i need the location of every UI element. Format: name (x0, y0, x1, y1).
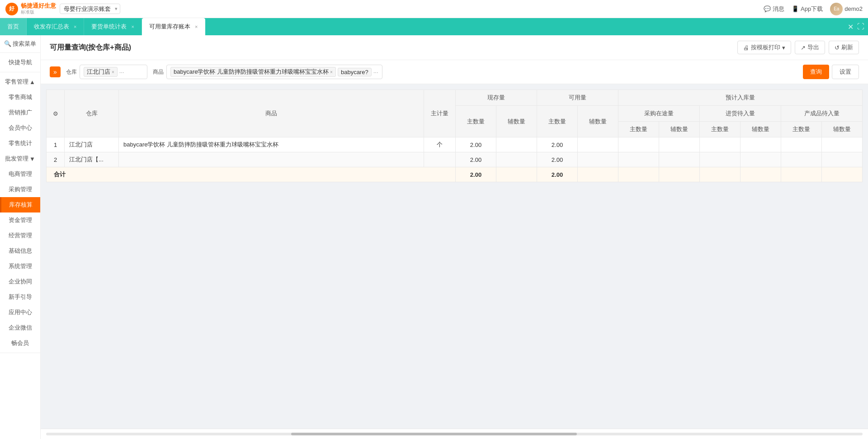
sidebar-item-inventory[interactable]: 库存核算 (0, 197, 40, 212)
tab-available-stock-close[interactable]: × (195, 24, 198, 29)
total-production-aux (822, 167, 863, 182)
th-avail-main: 主数量 (537, 106, 578, 137)
th-current-stock: 现存量 (456, 90, 537, 106)
demo-select-wrap[interactable]: 母婴行业演示账套 (60, 4, 120, 14)
cell-warehouse-2: 江北门店【... (65, 152, 119, 167)
cell-unit-2 (424, 152, 456, 167)
sidebar-item-marketing[interactable]: 营销推广 (0, 105, 40, 120)
th-production-pending: 产成品待入量 (781, 106, 863, 122)
print-template-btn[interactable]: 🖨 按模板打印 ▾ (737, 41, 791, 54)
search-icon: 🔍 (4, 40, 11, 47)
tab-home[interactable]: 首页 (0, 18, 27, 35)
product-tag-1-remove[interactable]: × (330, 70, 333, 75)
th-production-main-label: 主数量 (793, 126, 810, 132)
product-tag-2[interactable]: babycare? (338, 68, 372, 76)
query-btn[interactable]: 查询 (803, 65, 829, 79)
settings-icon[interactable]: ⚙ (53, 110, 58, 117)
sidebar-item-member-vip[interactable]: 畅会员 (0, 335, 40, 351)
sidebar-ecommerce-label: 电商管理 (9, 170, 32, 178)
sidebar-item-newbie[interactable]: 新手引导 (0, 289, 40, 305)
quick-nav-label: 快捷导航 (9, 58, 32, 66)
cell-purchase-aux-2 (659, 152, 700, 167)
th-available: 可用量 (537, 90, 618, 106)
sidebar-item-retail-mall[interactable]: 零售商城 (0, 90, 40, 105)
sidebar-item-quick-nav[interactable]: 快捷导航 (0, 55, 40, 70)
th-purchase-in-transit: 采购在途量 (618, 106, 700, 122)
export-btn[interactable]: ↗ 导出 (795, 41, 825, 54)
sidebar-item-basic-info[interactable]: 基础信息 (0, 243, 40, 259)
th-stock-aux: 辅数量 (496, 106, 537, 137)
table-footer (41, 429, 868, 439)
total-row: 合计 2.00 2.00 (47, 167, 863, 182)
user-avatar-btn[interactable]: Ea demo2 (830, 3, 863, 15)
cell-stock-aux-2 (496, 152, 537, 167)
sidebar-item-enterprise-wechat[interactable]: 企业微信 (0, 320, 40, 335)
total-incoming-aux (741, 167, 781, 182)
tab-receivable[interactable]: 收发存汇总表 × (27, 18, 84, 35)
sidebar-item-system[interactable]: 系统管理 (0, 259, 40, 274)
tab-available-stock-label: 可用量库存账本 (149, 23, 190, 31)
table-row: 1 江北门店 babycare学饮杯 儿童防摔防撞吸管杯重力球吸嘴杯宝宝水杯 个… (47, 137, 863, 152)
warehouse-tag-1-remove[interactable]: × (112, 70, 114, 75)
cell-avail-main-2: 2.00 (537, 152, 578, 167)
product-filter-group: 商品 babycare学饮杯 儿童防摔防撞吸管杯重力球吸嘴杯宝宝水杯 × bab… (153, 65, 382, 79)
cell-purchase-main-1 (618, 137, 659, 152)
th-stock-main: 主数量 (456, 106, 496, 137)
sidebar-item-enterprise[interactable]: 企业协同 (0, 274, 40, 289)
message-btn[interactable]: 💬 消息 (764, 5, 784, 13)
cell-production-main-1 (781, 137, 822, 152)
th-planned-in: 预计入库量 (618, 90, 863, 106)
logo-icon: 好 (5, 3, 18, 15)
horizontal-scrollbar[interactable] (46, 433, 863, 435)
app-download-btn[interactable]: 📱 App下载 (792, 5, 823, 13)
sidebar-item-finance[interactable]: 资金管理 (0, 212, 40, 228)
tab-receivable-label: 收发存汇总表 (34, 23, 69, 31)
cell-production-aux-2 (822, 152, 863, 167)
th-incoming-pending: 进货待入量 (700, 106, 781, 122)
tab-order-stats-close[interactable]: × (131, 24, 134, 29)
th-avail-aux: 辅数量 (578, 106, 618, 137)
total-production-main (781, 167, 822, 182)
tab-order-stats[interactable]: 要货单统计表 × (84, 18, 142, 35)
sidebar-retail-mgmt-label: 零售管理 (5, 78, 28, 86)
sidebar-item-retail-stats[interactable]: 零售统计 (0, 136, 40, 151)
product-tag-1[interactable]: babycare学饮杯 儿童防摔防撞吸管杯重力球吸嘴杯宝宝水杯 × (170, 67, 336, 77)
scrollbar-thumb[interactable] (291, 433, 577, 435)
sidebar-item-app-center[interactable]: 应用中心 (0, 305, 40, 320)
total-incoming-main (700, 167, 741, 182)
warehouse-tag-1[interactable]: 江北门店 × (84, 67, 118, 77)
product-filter-input[interactable]: babycare学饮杯 儿童防摔防撞吸管杯重力球吸嘴杯宝宝水杯 × babyca… (166, 65, 382, 79)
sidebar-item-retail-mgmt[interactable]: 零售管理 ▲ (0, 74, 40, 90)
tab-available-stock[interactable]: 可用量库存账本 × (142, 18, 205, 35)
cell-row-num-2: 2 (47, 152, 65, 167)
filter-expand-btn[interactable]: » (50, 66, 61, 77)
demo-select[interactable]: 母婴行业演示账套 (60, 4, 120, 14)
product-dots[interactable]: ··· (373, 69, 378, 76)
close-all-icon[interactable]: ✕ (848, 23, 854, 31)
refresh-label: 刷新 (841, 43, 853, 52)
warehouse-dots[interactable]: ··· (119, 69, 124, 76)
tab-receivable-close[interactable]: × (74, 24, 76, 29)
sidebar-item-ecommerce[interactable]: 电商管理 (0, 166, 40, 182)
total-label: 合计 (47, 167, 456, 182)
th-settings[interactable]: ⚙ (47, 90, 65, 137)
setting-btn[interactable]: 设置 (832, 65, 859, 79)
logo-text-group: 畅捷通好生意 标准版 (21, 2, 56, 16)
username-label: demo2 (844, 5, 863, 12)
fullscreen-icon[interactable]: ⛶ (857, 23, 864, 31)
sidebar-app-center-label: 应用中心 (9, 308, 32, 316)
sidebar-newbie-label: 新手引导 (9, 293, 32, 301)
sidebar-item-member-center[interactable]: 会员中心 (0, 120, 40, 136)
th-avail-main-label: 主数量 (548, 118, 566, 125)
th-production-pending-label: 产成品待入量 (804, 110, 840, 117)
warehouse-filter-input[interactable]: 江北门店 × ··· (80, 65, 147, 79)
cell-incoming-aux-2 (741, 152, 781, 167)
refresh-btn[interactable]: ↺ 刷新 (829, 41, 859, 54)
sidebar-item-operations[interactable]: 经营管理 (0, 228, 40, 243)
sidebar-item-purchase[interactable]: 采购管理 (0, 182, 40, 197)
print-dropdown-icon: ▾ (782, 44, 785, 51)
sidebar-system-label: 系统管理 (9, 262, 32, 270)
sidebar-search[interactable]: 🔍 搜索菜单 (0, 35, 40, 53)
sidebar-item-wholesale-mgmt[interactable]: 批发管理 ▼ (0, 151, 40, 166)
product-tag-1-label: babycare学饮杯 儿童防摔防撞吸管杯重力球吸嘴杯宝宝水杯 (174, 68, 329, 76)
